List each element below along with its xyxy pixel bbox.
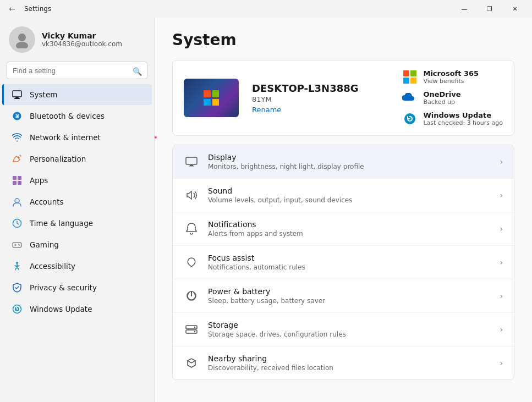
svg-point-14 (18, 244, 19, 245)
sound-chevron: › (500, 191, 503, 200)
nearby-chevron: › (500, 359, 503, 367)
storage-text: Storage Storage space, drives, configura… (208, 321, 491, 338)
storage-title: Storage (208, 321, 491, 329)
windows-update-action[interactable]: Windows Update Last checked: 3 hours ago (402, 111, 503, 126)
sidebar-item-privacy[interactable]: Privacy & security (2, 277, 152, 298)
sidebar-item-accessibility-label: Accessibility (30, 262, 75, 271)
network-icon (11, 131, 23, 144)
sidebar-item-network[interactable]: Network & internet (2, 127, 152, 148)
notifications-icon (184, 221, 199, 236)
svg-point-16 (16, 262, 18, 264)
sidebar-item-apps-label: Apps (30, 176, 48, 185)
username: Vicky Kumar (42, 31, 122, 40)
sidebar-item-time[interactable]: Time & language (2, 213, 152, 234)
display-title: Display (208, 153, 491, 162)
user-profile[interactable]: Vicky Kumar vk304836@outlook.com (0, 18, 154, 59)
sound-subtitle: Volume levels, output, input, sound devi… (208, 196, 491, 204)
user-info: Vicky Kumar vk304836@outlook.com (42, 31, 122, 48)
windows-update-subtitle: Last checked: 3 hours ago (423, 119, 503, 126)
storage-subtitle: Storage space, drives, configuration rul… (208, 331, 491, 338)
pc-thumbnail (184, 79, 239, 117)
close-button[interactable]: ✕ (502, 0, 528, 18)
windows-update-icon (402, 111, 418, 126)
settings-item-display[interactable]: Display Monitors, brightness, night ligh… (173, 145, 514, 179)
main-content: System DESKTOP-L3N388G 81YM (154, 18, 532, 402)
sidebar-nav: System Bluetooth & devices (0, 84, 154, 320)
svg-rect-10 (18, 181, 21, 185)
power-chevron: › (500, 291, 503, 300)
sidebar-item-gaming[interactable]: Gaming (2, 234, 152, 255)
svg-rect-7 (13, 176, 17, 180)
user-email: vk304836@outlook.com (42, 40, 122, 48)
back-button[interactable]: ← (4, 1, 20, 16)
pc-model: 81YM (252, 95, 389, 103)
sidebar-item-accounts[interactable]: Accounts (2, 191, 152, 212)
focus-icon (184, 255, 199, 270)
search-input[interactable] (7, 62, 147, 79)
sidebar-item-system[interactable]: System (2, 84, 152, 105)
titlebar-title: Settings (24, 5, 51, 13)
settings-item-focus[interactable]: Focus assist Notifications, automatic ru… (173, 246, 514, 279)
time-icon (11, 217, 23, 229)
settings-item-power[interactable]: Power & battery Sleep, battery usage, ba… (173, 279, 514, 313)
app-container: Vicky Kumar vk304836@outlook.com 🔍 Syste… (0, 18, 532, 402)
display-subtitle: Monitors, brightness, night light, displ… (208, 163, 491, 170)
sidebar-item-time-label: Time & language (30, 219, 93, 228)
sidebar-item-network-label: Network & internet (30, 133, 101, 142)
svg-rect-8 (18, 176, 21, 180)
notifications-chevron: › (500, 224, 503, 233)
pc-info: DESKTOP-L3N388G 81YM Rename (252, 82, 389, 114)
gaming-icon (11, 239, 23, 251)
svg-rect-2 (13, 91, 21, 97)
display-chevron: › (500, 157, 503, 166)
microsoft365-action[interactable]: Microsoft 365 View benefits (402, 69, 503, 85)
notifications-text: Notifications Alerts from apps and syste… (208, 220, 491, 238)
sidebar-item-accounts-label: Accounts (30, 197, 64, 206)
svg-point-11 (15, 199, 19, 203)
notifications-title: Notifications (208, 220, 491, 229)
focus-text: Focus assist Notifications, automatic ru… (208, 254, 491, 271)
settings-item-notifications[interactable]: Notifications Alerts from apps and syste… (173, 212, 514, 246)
sidebar-item-personalization-label: Personalization (30, 155, 86, 163)
svg-point-5 (13, 112, 21, 120)
sidebar-item-apps[interactable]: Apps (2, 170, 152, 191)
sidebar-item-bluetooth-label: Bluetooth & devices (30, 112, 105, 120)
display-text: Display Monitors, brightness, night ligh… (208, 153, 491, 170)
svg-marker-18 (154, 134, 156, 139)
focus-title: Focus assist (208, 254, 491, 262)
microsoft365-icon (402, 69, 418, 85)
minimize-button[interactable]: — (452, 0, 477, 18)
onedrive-title: OneDrive (423, 90, 460, 98)
privacy-icon (11, 282, 23, 294)
display-icon (184, 154, 199, 169)
settings-item-storage[interactable]: Storage Storage space, drives, configura… (173, 313, 514, 346)
svg-rect-9 (13, 181, 17, 185)
sidebar-item-accessibility[interactable]: Accessibility (2, 256, 152, 277)
update-icon (11, 303, 23, 315)
svg-point-0 (18, 34, 26, 41)
page-title: System (172, 31, 514, 49)
nearby-text: Nearby sharing Discoverability, received… (208, 354, 491, 372)
sidebar-item-personalization[interactable]: Personalization (2, 148, 152, 169)
sound-text: Sound Volume levels, output, input, soun… (208, 186, 491, 204)
windows-logo (204, 90, 219, 106)
microsoft365-text: Microsoft 365 View benefits (423, 69, 479, 85)
rename-link[interactable]: Rename (252, 106, 281, 114)
sound-icon (184, 188, 199, 203)
settings-item-nearby[interactable]: Nearby sharing Discoverability, received… (173, 346, 514, 379)
sound-title: Sound (208, 186, 491, 195)
onedrive-subtitle: Backed up (423, 98, 460, 106)
svg-point-15 (19, 245, 20, 246)
onedrive-action[interactable]: OneDrive Backed up (402, 90, 503, 106)
microsoft365-subtitle: View benefits (423, 78, 479, 85)
svg-point-27 (194, 327, 195, 328)
power-subtitle: Sleep, battery usage, battery saver (208, 297, 491, 305)
storage-icon (184, 322, 199, 337)
settings-item-sound[interactable]: Sound Volume levels, output, input, soun… (173, 179, 514, 212)
sidebar-item-bluetooth[interactable]: Bluetooth & devices (2, 106, 152, 126)
focus-subtitle: Notifications, automatic rules (208, 263, 491, 271)
nearby-subtitle: Discoverability, received files location (208, 364, 491, 372)
nearby-title: Nearby sharing (208, 354, 491, 363)
sidebar-item-update[interactable]: Windows Update (2, 299, 152, 320)
maximize-button[interactable]: ❐ (477, 0, 502, 18)
